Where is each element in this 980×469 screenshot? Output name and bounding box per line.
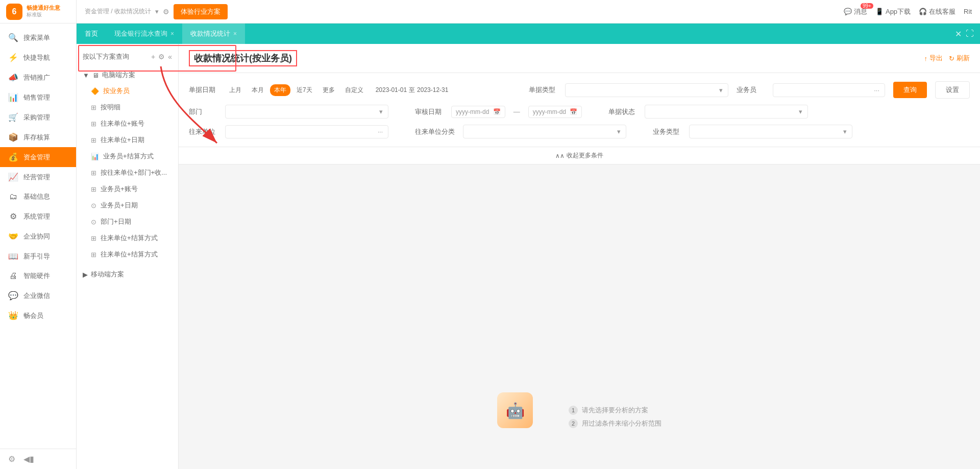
date-tab-custom[interactable]: 自定义 (341, 84, 368, 96)
date-tab-thismonth[interactable]: 本月 (248, 84, 268, 96)
scheme-item-unit-account[interactable]: ⊞ 往来单位+账号 (77, 115, 178, 132)
nav-inventory[interactable]: 📦 库存核算 (0, 127, 76, 147)
date-tab-7days[interactable]: 近7天 (292, 84, 316, 96)
scheme-item-unit-settle1-label: 往来单位+结算方式 (101, 233, 158, 243)
maximize-window-icon[interactable]: ⛶ (966, 29, 974, 38)
scheme-item-by-staff-label: 按业务员 (103, 86, 130, 96)
unit-settle2-icon: ⊞ (91, 251, 96, 259)
scheme-item-unit-account-label: 往来单位+账号 (101, 119, 144, 128)
tab-home-label: 首页 (85, 29, 98, 38)
scheme-item-by-staff[interactable]: 🔶 按业务员 (77, 83, 178, 99)
doc-status-field[interactable]: ▾ (645, 105, 808, 119)
member-icon: 👑 (8, 311, 18, 320)
scheme-group-desktop-title[interactable]: ▼ 🖥 电脑端方案 (77, 67, 178, 83)
tab-home[interactable]: 首页 (77, 24, 106, 44)
date-from: 2023-01-01 (376, 86, 407, 93)
scheme-item-staff-date-label: 业务员+日期 (101, 201, 138, 210)
collapse-sidebar-icon[interactable]: ◀▮ (23, 454, 34, 464)
purchase-icon: 🛒 (8, 112, 18, 122)
scheme-item-unit-settle2[interactable]: ⊞ 往来单位+结算方式 (77, 246, 178, 263)
nav-wechat-label: 企业微信 (23, 291, 50, 300)
nav-operation[interactable]: 📈 经营管理 (0, 167, 76, 187)
empty-tip-2: 2 用过滤条件来缩小分析范围 (569, 419, 662, 428)
dept-date-icon: ⊙ (91, 218, 96, 226)
scheme-item-unit-dept[interactable]: ⊞ 按往来单位+部门+收... (77, 165, 178, 181)
scheme-group-desktop: ▼ 🖥 电脑端方案 🔶 按业务员 ⊞ 按明细 ⊞ 往来单位+账号 ⊞ 往来单位+… (77, 67, 178, 263)
collapse-bar[interactable]: ∧∧ 收起更多条件 (179, 147, 980, 165)
doc-type-field[interactable]: ▾ (565, 83, 728, 97)
tab-bank-close-icon[interactable]: × (170, 30, 174, 37)
refresh-btn[interactable]: ↻ 刷新 (949, 54, 970, 63)
scheme-item-staff-account-label: 业务员+账号 (101, 184, 138, 194)
unit-account-icon: ⊞ (91, 120, 96, 128)
export-btn[interactable]: ↑ 导出 (924, 54, 943, 63)
tab-bank[interactable]: 现金银行流水查询 × (106, 24, 182, 44)
nav-system[interactable]: ⚙ 系统管理 (0, 206, 76, 226)
refresh-icon: ↻ (949, 55, 954, 62)
nav-sales[interactable]: 📊 销售管理 (0, 87, 76, 107)
query-btn[interactable]: 查询 (893, 82, 927, 98)
tab-receipt-close-icon[interactable]: × (233, 30, 237, 37)
nav-base[interactable]: 🗂 基础信息 (0, 187, 76, 206)
logo-icon: 6 (6, 4, 22, 20)
gear-icon[interactable]: ⚙ (163, 8, 169, 16)
scheme-item-staff-account[interactable]: ⊞ 业务员+账号 (77, 181, 178, 197)
nav-corp[interactable]: 🤝 企业协同 (0, 226, 76, 246)
scheme-item-unit-settle2-label: 往来单位+结算方式 (101, 250, 158, 259)
nav-quicknav[interactable]: ⚡ 快捷导航 (0, 48, 76, 67)
nav-wechat[interactable]: 💬 企业微信 (0, 286, 76, 306)
scheme-group-mobile-title[interactable]: ▶ 移动端方案 (77, 267, 178, 282)
side-panel-title: 按以下方案查询 (83, 52, 129, 61)
scheme-item-unit-date[interactable]: ⊞ 往来单位+日期 (77, 132, 178, 148)
dept-field[interactable]: ▾ (225, 105, 388, 119)
staff-field[interactable]: ··· (773, 83, 885, 97)
operation-icon: 📈 (8, 172, 18, 182)
review-date-from[interactable]: yyyy-mm-dd 📅 (451, 106, 505, 118)
mobile-group-arrow-icon: ▶ (83, 271, 88, 278)
review-date-to[interactable]: yyyy-mm-dd 📅 (528, 106, 582, 118)
message-icon: 💬 (844, 8, 852, 15)
date-tab-lastmonth[interactable]: 上月 (225, 84, 246, 96)
user-avatar[interactable]: Rit (964, 8, 972, 15)
online-service-btn[interactable]: 🎧 在线客服 (919, 7, 955, 16)
settings-scheme-icon[interactable]: ⚙ (158, 53, 165, 61)
scheme-item-dept-date[interactable]: ⊙ 部门+日期 (77, 214, 178, 230)
tab-receipt[interactable]: 收款情况统计 × (182, 24, 245, 44)
scheme-item-staff-settle-label: 业务员+结算方式 (103, 152, 154, 161)
message-badge: 99+ (861, 3, 873, 9)
nav-guide[interactable]: 📖 新手引导 (0, 246, 76, 266)
trial-btn[interactable]: 体验行业方案 (174, 4, 228, 19)
message-btn[interactable]: 💬 消息 99+ (844, 7, 867, 16)
biz-type-field[interactable]: ▾ (689, 125, 852, 138)
app-download-btn[interactable]: 📱 App下载 (875, 7, 911, 16)
nav-hardware[interactable]: 🖨 智能硬件 (0, 266, 76, 286)
desktop-group-arrow-icon: ▼ (83, 72, 89, 79)
refresh-label: 刷新 (957, 54, 970, 63)
desktop-group-label: 电脑端方案 (102, 71, 135, 80)
nav-finance[interactable]: 💰 资金管理 (0, 147, 76, 167)
close-window-icon[interactable]: ✕ (955, 29, 962, 39)
filter-row-3: 往来单位 ··· 往来单位分类 ▾ 业务类型 ▾ (189, 125, 970, 138)
nav-marketing[interactable]: 📣 营销推广 (0, 67, 76, 87)
scheme-item-staff-settle[interactable]: 📊 业务员+结算方式 (77, 148, 178, 165)
counterpart-field[interactable]: ··· (225, 125, 388, 138)
date-tab-thisyear[interactable]: 本年 (270, 84, 290, 96)
date-tab-more[interactable]: 更多 (318, 84, 339, 96)
counterpart-class-field[interactable]: ▾ (463, 125, 626, 138)
collapse-panel-icon[interactable]: « (168, 53, 172, 61)
dropdown-arrow-icon[interactable]: ▾ (155, 8, 159, 15)
app-version: 标准版 (27, 11, 60, 18)
tip-num-2: 2 (569, 419, 578, 428)
settings-bottom-icon[interactable]: ⚙ (8, 454, 15, 464)
nav-member[interactable]: 👑 畅会员 (0, 306, 76, 325)
nav-search[interactable]: 🔍 搜索菜单 (0, 28, 76, 48)
scheme-item-unit-settle1[interactable]: ⊞ 往来单位+结算方式 (77, 230, 178, 246)
add-scheme-btn[interactable]: + (151, 53, 155, 61)
scheme-item-by-detail[interactable]: ⊞ 按明细 (77, 99, 178, 115)
side-panel-actions: + ⚙ « (151, 53, 172, 61)
hardware-icon: 🖨 (8, 271, 18, 280)
settings-btn[interactable]: 设置 (935, 81, 970, 99)
nav-purchase[interactable]: 🛒 采购管理 (0, 107, 76, 127)
breadcrumb: 资金管理 / 收款情况统计 (85, 7, 151, 16)
scheme-item-staff-date[interactable]: ⊙ 业务员+日期 (77, 197, 178, 214)
